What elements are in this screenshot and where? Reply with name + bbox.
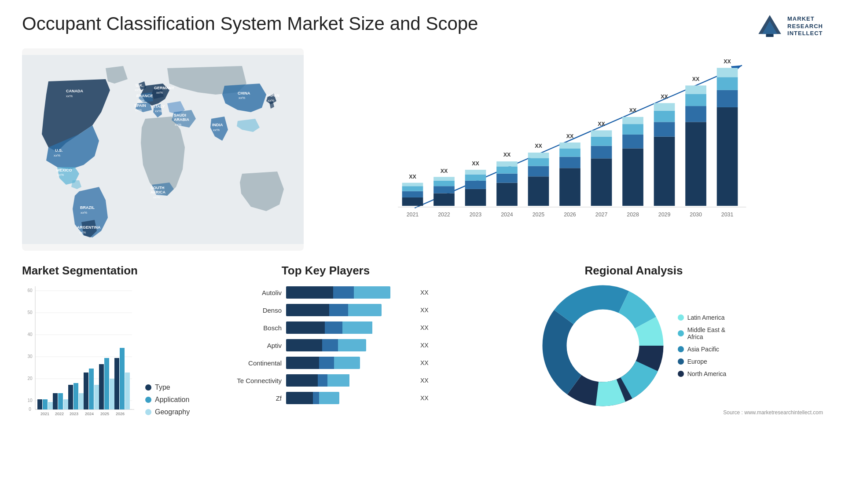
map-svg: CANADA xx% U.S. xx% MEXICO xx% BRAZIL xx… (22, 48, 304, 251)
players-section: Top Key Players Autoliv XX (220, 264, 431, 440)
svg-text:XX: XX (472, 161, 479, 167)
svg-text:XX: XX (535, 143, 542, 149)
svg-rect-142 (120, 348, 125, 409)
svg-rect-134 (89, 369, 94, 409)
player-name-bosch: Bosch (220, 324, 282, 332)
svg-text:xx%: xx% (81, 211, 87, 215)
legend-asia-pacific: Asia Pacific (678, 346, 727, 353)
main-bar-chart: XX 2021 XX 2022 XX 2023 (326, 53, 814, 233)
svg-text:2029: 2029 (658, 212, 671, 218)
player-name-continental: Continental (220, 359, 282, 367)
svg-rect-74 (591, 158, 612, 206)
player-val-denso: XX (420, 307, 431, 314)
svg-text:SAUDI: SAUDI (174, 113, 186, 117)
svg-rect-76 (591, 137, 612, 146)
svg-rect-126 (58, 393, 63, 409)
svg-text:2023: 2023 (70, 412, 78, 416)
svg-point-150 (567, 310, 639, 382)
legend-type: Type (145, 383, 190, 391)
svg-rect-135 (94, 385, 99, 409)
segmentation-section: Market Segmentation 60 50 40 30 20 10 0 (22, 264, 207, 440)
svg-text:SOUTH: SOUTH (151, 186, 165, 190)
player-te-connectivity: Te Connectivity XX (220, 374, 431, 387)
middle-east-dot (678, 330, 684, 336)
svg-text:40: 40 (27, 332, 33, 337)
legend-app-label: Application (155, 396, 189, 404)
type-dot (145, 384, 151, 391)
svg-rect-53 (465, 170, 486, 174)
player-val-continental: XX (420, 359, 431, 366)
svg-text:U.S.: U.S. (55, 148, 63, 153)
player-bosch: Bosch XX (220, 321, 431, 334)
svg-text:xx%: xx% (54, 153, 60, 157)
svg-rect-89 (654, 103, 675, 110)
legend-geography: Geography (145, 408, 190, 416)
svg-rect-69 (559, 157, 580, 168)
player-continental: Continental XX (220, 357, 431, 369)
svg-rect-2 (766, 34, 773, 37)
svg-rect-139 (110, 379, 114, 409)
svg-rect-77 (591, 130, 612, 136)
svg-text:2026: 2026 (564, 212, 576, 218)
svg-rect-58 (496, 166, 518, 173)
svg-rect-39 (402, 191, 423, 197)
svg-text:2025: 2025 (100, 412, 109, 416)
regional-content: Latin America Middle East &Africa Asia P… (445, 284, 823, 407)
player-name-zf: Zf (220, 394, 282, 402)
segmentation-legend: Type Application Geography (145, 375, 190, 416)
player-val-autoliv: XX (420, 289, 431, 296)
svg-text:XX: XX (598, 121, 605, 127)
svg-text:xx%: xx% (135, 108, 142, 112)
svg-rect-50 (465, 189, 486, 206)
svg-rect-127 (63, 399, 68, 409)
svg-text:xx%: xx% (153, 195, 160, 199)
svg-text:xx%: xx% (175, 123, 181, 127)
app-dot (145, 397, 151, 403)
svg-text:2030: 2030 (690, 212, 702, 218)
player-autoliv: Autoliv XX (220, 286, 431, 299)
svg-rect-46 (434, 181, 455, 186)
legend-latin-america: Latin America (678, 314, 727, 321)
player-bar-zf (286, 392, 413, 404)
bar-chart-container: XX 2021 XX 2022 XX 2023 (317, 48, 823, 251)
svg-text:20: 20 (27, 376, 33, 381)
asia-pacific-label: Asia Pacific (687, 346, 719, 353)
svg-text:ARABIA: ARABIA (174, 117, 189, 122)
middle-east-label: Middle East &Africa (687, 326, 725, 340)
legend-middle-east-africa: Middle East &Africa (678, 326, 727, 340)
player-val-bosch: XX (420, 324, 431, 331)
player-bar-aptiv (286, 339, 413, 351)
north-america-label: North America (687, 370, 727, 377)
svg-text:xx%: xx% (213, 128, 220, 132)
svg-rect-68 (559, 168, 580, 206)
map-container: CANADA xx% U.S. xx% MEXICO xx% BRAZIL xx… (22, 48, 304, 251)
svg-text:ITALY: ITALY (154, 104, 165, 109)
svg-rect-100 (717, 77, 738, 90)
svg-rect-57 (496, 174, 518, 183)
svg-rect-62 (528, 176, 549, 206)
bottom-section: Market Segmentation 60 50 40 30 20 10 0 (22, 264, 823, 440)
players-title: Top Key Players (220, 264, 431, 278)
segmentation-title: Market Segmentation (22, 264, 207, 278)
svg-text:xx%: xx% (135, 88, 141, 92)
logo: MARKET RESEARCH INTELLECT (757, 13, 823, 40)
svg-text:30: 30 (27, 354, 33, 359)
svg-text:JAPAN: JAPAN (266, 93, 279, 98)
svg-text:60: 60 (27, 288, 33, 293)
svg-text:FRANCE: FRANCE (136, 94, 153, 98)
svg-text:xx%: xx% (239, 96, 245, 100)
svg-rect-86 (654, 137, 675, 206)
player-bar-autoliv (286, 286, 413, 299)
svg-rect-131 (79, 393, 84, 409)
latin-america-dot (678, 314, 684, 321)
svg-text:XX: XX (566, 133, 574, 139)
player-aptiv: Aptiv XX (220, 339, 431, 351)
svg-rect-88 (654, 111, 675, 122)
svg-rect-129 (68, 385, 73, 409)
svg-rect-93 (685, 106, 706, 122)
svg-rect-40 (402, 186, 423, 191)
svg-rect-44 (434, 193, 455, 206)
latin-america-label: Latin America (687, 314, 725, 321)
svg-rect-65 (528, 153, 549, 158)
svg-rect-71 (559, 142, 580, 148)
